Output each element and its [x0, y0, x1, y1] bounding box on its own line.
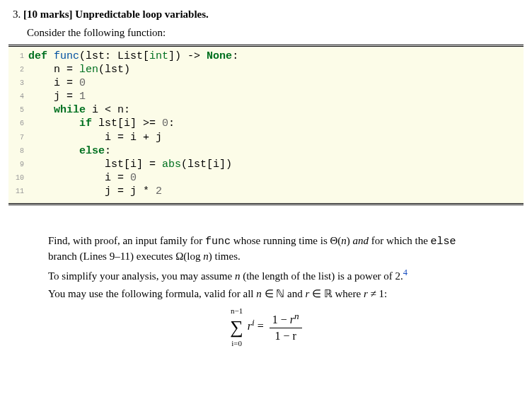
line-number: 7 — [8, 131, 28, 144]
code-line: 11 j = j * 2 — [8, 185, 524, 198]
code-ref-else: else — [431, 236, 456, 248]
code-text: i = i + j — [28, 131, 162, 144]
code-text: n = len(lst) — [28, 63, 130, 76]
line-number: 5 — [8, 103, 28, 117]
sigma-icon: ∑ — [230, 317, 243, 338]
text: ∈ ℕ and — [262, 288, 306, 299]
text: ∈ ℝ where — [309, 288, 364, 299]
text: whose running time is Θ( — [231, 235, 341, 246]
code-line: 8 else: — [8, 144, 524, 158]
line-number: 10 — [8, 171, 28, 185]
question-intro: Consider the following function: — [27, 25, 524, 40]
line-number: 4 — [8, 90, 28, 103]
text: (the length of the list) is a power of 2… — [240, 270, 403, 282]
question-title: Unpredictable loop variables. — [75, 8, 208, 20]
code-block: 1def func(lst: List[int]) -> None:2 n = … — [8, 46, 524, 204]
paragraph-1: Find, with proof, an input family for fu… — [48, 234, 481, 264]
var-n: n — [203, 251, 209, 262]
emph-and: and — [353, 235, 369, 246]
var-n: n — [256, 288, 262, 299]
fraction: 1 − rn 1 − r — [270, 310, 302, 344]
code-text: def func(lst: List[int]) -> None: — [28, 50, 238, 63]
line-number: 9 — [8, 158, 28, 171]
code-text: lst[i] = abs(lst[i]) — [28, 158, 232, 171]
code-line: 3 i = 0 — [8, 76, 524, 90]
line-number: 3 — [8, 76, 28, 90]
code-text: i = 0 — [28, 76, 86, 90]
code-line: 6 if lst[i] >= 0: — [8, 117, 524, 130]
term-exp: i — [252, 316, 255, 327]
line-number: 2 — [8, 63, 28, 76]
question-number: 3. — [13, 8, 21, 20]
line-number: 6 — [8, 117, 28, 130]
paragraph-2: To simplify your analysis, you may assum… — [48, 267, 481, 283]
text: To simplify your analysis, you may assum… — [48, 270, 235, 282]
sum-lower: i=0 — [230, 340, 243, 347]
sum-upper: n−1 — [230, 307, 243, 315]
question-marks: [10 marks] — [23, 8, 73, 20]
text: for which the — [369, 235, 430, 246]
equals: = — [258, 320, 267, 332]
formula-display: n−1 ∑ i=0 ri = 1 − rn 1 − r — [8, 307, 524, 347]
code-line: 9 lst[i] = abs(lst[i]) — [8, 158, 524, 171]
code-line: 1def func(lst: List[int]) -> None: — [8, 50, 524, 63]
code-line: 5 while i < n: — [8, 103, 524, 117]
code-ref-func: func — [205, 236, 231, 248]
text: branch (Lines 9–11) executes Ω(log — [48, 251, 203, 262]
line-number: 11 — [8, 185, 28, 198]
code-line: 4 j = 1 — [8, 90, 524, 103]
sum-symbol: n−1 ∑ i=0 — [230, 307, 243, 347]
question-header: 3. [10 marks] Unpredictable loop variabl… — [13, 7, 524, 21]
code-text: else: — [28, 144, 111, 158]
line-number: 8 — [8, 144, 28, 158]
code-text: j = j * 2 — [28, 185, 162, 198]
footnote-ref: 4 — [403, 267, 407, 277]
code-text: j = 1 — [28, 90, 86, 103]
paragraph-3: You may use the following formula, valid… — [48, 287, 481, 301]
code-line: 2 n = len(lst) — [8, 63, 524, 76]
text: ) times. — [209, 251, 241, 262]
text: Find, with proof, an input family for — [48, 235, 205, 246]
code-line: 10 i = 0 — [8, 171, 524, 185]
line-number: 1 — [8, 50, 28, 63]
code-line: 7 i = i + j — [8, 131, 524, 144]
text: ≠ 1: — [368, 288, 387, 299]
numerator: 1 − rn — [270, 310, 302, 328]
code-container: 1def func(lst: List[int]) -> None:2 n = … — [8, 45, 524, 205]
code-text: i = 0 — [28, 171, 137, 185]
var-n: n — [341, 235, 347, 246]
code-text: if lst[i] >= 0: — [28, 117, 175, 130]
text: You may use the following formula, valid… — [48, 288, 256, 299]
text: ) — [347, 235, 353, 246]
denominator: 1 − r — [270, 328, 302, 344]
code-text: while i < n: — [28, 103, 130, 117]
